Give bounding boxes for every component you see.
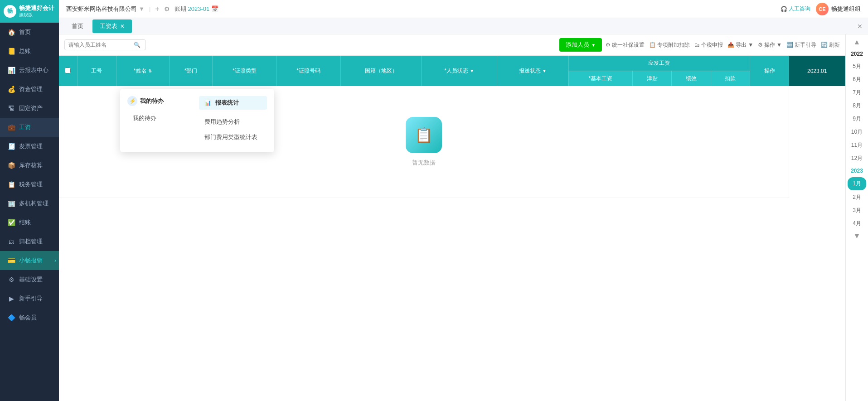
operations-btn[interactable]: ⚙ 操作 ▼ xyxy=(758,41,782,49)
sidebar-item-salary[interactable]: 💼 工资 xyxy=(0,118,59,137)
sidebar-item-member[interactable]: 🔷 畅会员 xyxy=(0,308,59,327)
month-2022-10[interactable]: 10月 xyxy=(846,126,868,139)
logo-icon: 畅 xyxy=(4,5,16,18)
th-salary-group: 应发工资 xyxy=(568,56,750,71)
tax-declare-icon: 🗂 xyxy=(694,42,700,48)
popup-col-reports: 📊 报表统计 费用趋势分析 部门费用类型统计表 xyxy=(199,96,267,145)
funds-icon: 💰 xyxy=(7,86,15,93)
service-btn[interactable]: 🎧 人工咨询 xyxy=(781,5,810,13)
month-2023-1[interactable]: 1月 xyxy=(848,177,866,190)
sidebar-item-tax[interactable]: 📋 税务管理 xyxy=(0,175,59,194)
th-employee-id: 工号 xyxy=(77,56,116,86)
sidebar-item-multi[interactable]: 🏢 多机构管理 xyxy=(0,194,59,213)
settle-icon: ✅ xyxy=(7,219,15,226)
month-2023-3[interactable]: 3月 xyxy=(846,204,868,217)
month-nav-down[interactable]: ▼ xyxy=(852,230,863,242)
reports-stat-icon: 📊 xyxy=(203,98,213,108)
new-guide-btn[interactable]: 🆕 新手引导 xyxy=(786,41,816,49)
month-2022-12[interactable]: 12月 xyxy=(846,152,868,165)
company-settings-icon[interactable]: ⚙ xyxy=(164,5,170,13)
add-person-button[interactable]: 添加人员 ▼ xyxy=(559,38,602,52)
tab-close-icon[interactable]: ✕ xyxy=(120,23,125,29)
export-btn[interactable]: 📤 导出 ▼ xyxy=(727,41,753,49)
xiaochange-icon: 💳 xyxy=(7,257,15,264)
month-2022-9[interactable]: 9月 xyxy=(846,112,868,126)
popup-item-my-pending[interactable]: 我的待办 xyxy=(127,111,195,126)
add-company-btn[interactable]: + xyxy=(155,5,159,13)
year-2023-label: 2023 xyxy=(846,165,868,177)
sidebar-item-invoice[interactable]: 🧾 发票管理 xyxy=(0,137,59,156)
headset-icon: 🎧 xyxy=(781,6,787,12)
tab-bar: 首页 工资表 ✕ ✕ xyxy=(59,18,868,34)
sort-name-icon[interactable]: ⇅ xyxy=(148,68,152,73)
export-arrow-icon: ▼ xyxy=(748,42,753,48)
period-display: 账期 2023-01 📅 xyxy=(175,5,219,13)
month-nav-up[interactable]: ▲ xyxy=(852,36,863,48)
search-icon[interactable]: 🔍 xyxy=(134,42,141,48)
month-2022-5[interactable]: 5月 xyxy=(846,60,868,73)
popup-col-pending: ⚡ 我的待办 我的待办 xyxy=(127,96,195,145)
archive-icon: 🗂 xyxy=(7,238,15,245)
special-deduct-btn[interactable]: 📋 专项附加扣除 xyxy=(649,41,690,49)
social-security-icon: ⚙ xyxy=(606,42,611,48)
filter-status-icon[interactable]: ▼ xyxy=(470,68,474,73)
popup-item-dept-cost[interactable]: 部门费用类型统计表 xyxy=(199,130,267,145)
filter-report-icon[interactable]: ▼ xyxy=(542,68,547,73)
operations-arrow-icon: ▼ xyxy=(776,42,782,48)
search-input[interactable] xyxy=(68,42,132,48)
month-2022-11[interactable]: 11月 xyxy=(846,139,868,152)
sidebar: 畅 畅捷通好会计 旗舰版 🏠 首页 📒 总账 📊 云报表中心 💰 资金管理 🏗 … xyxy=(0,0,59,401)
year-2022-label: 2022 xyxy=(846,48,868,60)
select-all-checkbox[interactable] xyxy=(65,68,71,73)
social-security-btn[interactable]: ⚙ 统一社保设置 xyxy=(606,41,645,49)
sidebar-item-settle[interactable]: ✅ 结账 xyxy=(0,213,59,232)
company-dropdown-icon: ▼ xyxy=(139,5,145,12)
th-deduction: 扣款 xyxy=(711,71,750,87)
month-2022-7[interactable]: 7月 xyxy=(846,86,868,99)
inventory-icon: 📦 xyxy=(7,162,15,169)
th-name: *姓名 ⇅ xyxy=(116,56,169,86)
popup-menu: ⚡ 我的待办 我的待办 📊 报表统计 费用趋势分析 部门费用类型统计表 xyxy=(120,89,274,152)
popup-item-cost-trend[interactable]: 费用趋势分析 xyxy=(199,114,267,130)
calendar-icon[interactable]: 📅 xyxy=(211,5,218,12)
th-allowance: 津贴 xyxy=(633,71,672,87)
sidebar-item-archive[interactable]: 🗂 归档管理 xyxy=(0,232,59,251)
tab-salary-table[interactable]: 工资表 ✕ xyxy=(92,19,132,33)
sidebar-item-home[interactable]: 🏠 首页 xyxy=(0,23,59,42)
settings-icon: ⚙ xyxy=(7,276,15,283)
window-close-icon[interactable]: ✕ xyxy=(857,23,863,30)
sidebar-item-reports[interactable]: 📊 云报表中心 xyxy=(0,61,59,80)
month-2022-6[interactable]: 6月 xyxy=(846,73,868,86)
sidebar-item-assets[interactable]: 🏗 固定资产 xyxy=(0,99,59,118)
reports-icon: 📊 xyxy=(7,67,15,74)
th-checkbox[interactable] xyxy=(59,56,77,86)
avatar: CE xyxy=(816,3,829,15)
th-nationality: 国籍（地区） xyxy=(340,56,421,86)
search-box: 🔍 xyxy=(64,39,146,50)
salary-icon: 💼 xyxy=(7,124,15,131)
th-performance: 绩效 xyxy=(672,71,711,87)
th-operations: 操作 xyxy=(750,56,789,86)
guide-icon: ▶ xyxy=(7,295,15,302)
invoice-icon: 🧾 xyxy=(7,143,15,150)
sidebar-item-inventory[interactable]: 📦 库存核算 xyxy=(0,156,59,175)
th-base-salary: *基本工资 xyxy=(568,71,632,87)
assets-icon: 🏗 xyxy=(7,105,15,112)
month-2023-4[interactable]: 4月 xyxy=(846,217,868,230)
sidebar-item-xiaochange[interactable]: 💳 小畅报销 › xyxy=(0,251,59,270)
tab-home[interactable]: 首页 xyxy=(64,19,91,33)
month-2022-8[interactable]: 8月 xyxy=(846,99,868,112)
sidebar-item-ledger[interactable]: 📒 总账 xyxy=(0,42,59,61)
sidebar-item-funds[interactable]: 💰 资金管理 xyxy=(0,80,59,99)
refresh-btn[interactable]: 🔄 刷新 xyxy=(821,41,840,49)
tax-declare-btn[interactable]: 🗂 个税申报 xyxy=(694,41,723,49)
company-selector[interactable]: 西安虾米网络科技有限公司 ▼ xyxy=(66,5,145,13)
popup-columns: ⚡ 我的待办 我的待办 📊 报表统计 费用趋势分析 部门费用类型统计表 xyxy=(127,96,267,145)
sidebar-item-settings[interactable]: ⚙ 基础设置 xyxy=(0,270,59,289)
month-2023-2[interactable]: 2月 xyxy=(846,191,868,204)
export-icon: 📤 xyxy=(727,42,734,48)
user-profile[interactable]: CE 畅捷通组组 xyxy=(816,3,861,15)
popup-pending-title: ⚡ 我的待办 xyxy=(127,96,195,106)
home-icon: 🏠 xyxy=(7,29,15,36)
sidebar-item-guide[interactable]: ▶ 新手引导 xyxy=(0,289,59,308)
